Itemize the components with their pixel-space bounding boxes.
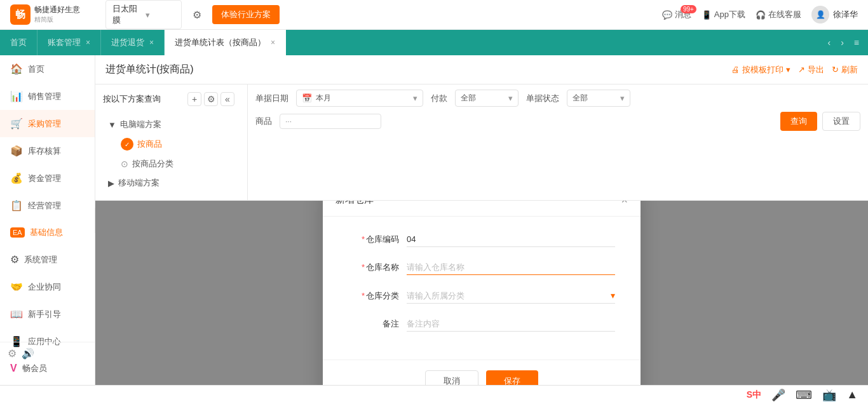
sidebar-home-label: 首页 <box>28 64 44 75</box>
settings-icon[interactable]: ⚙ <box>187 4 207 25</box>
tree-mobile-label: 移动端方案 <box>118 177 159 189</box>
tab-purchase-stat[interactable]: 进货单统计表（按商品） × <box>165 30 286 55</box>
user-area[interactable]: 👤 徐泽华 <box>811 6 858 24</box>
sidebar-item-basic-info[interactable]: EA 基础信息 <box>0 219 95 246</box>
name-label: 仓库名称 <box>348 262 399 273</box>
tab-purchase-return[interactable]: 进货退货 × <box>101 30 165 55</box>
add-plan-button[interactable]: + <box>187 92 201 106</box>
export-icon: ↗ <box>798 65 805 74</box>
tab-accounts[interactable]: 账套管理 × <box>37 30 101 55</box>
query-panel-header: 按以下方案查询 + ⚙ « <box>103 90 240 109</box>
sidebar-item-purchase[interactable]: 🛒 采购管理 <box>0 110 95 137</box>
sidebar-finance-label: 资金管理 <box>28 173 61 184</box>
footer-monitor-icon[interactable]: 📺 <box>822 388 836 402</box>
footer-s-icon[interactable]: S中 <box>747 389 761 401</box>
enterprise-icon: 🤝 <box>10 281 23 293</box>
settings-plan-button[interactable]: ⚙ <box>204 92 218 106</box>
print-icon: 🖨 <box>731 65 740 74</box>
sidebar-inventory-label: 库存核算 <box>28 145 61 157</box>
footer-mic-icon[interactable]: 🎤 <box>771 388 785 402</box>
footer-up-icon[interactable]: ▲ <box>846 388 858 401</box>
volume-icon[interactable]: 🔊 <box>22 347 34 360</box>
form-row-remark: 备注 <box>348 316 615 332</box>
sidebar-sales-label: 销售管理 <box>28 91 61 102</box>
sidebar-item-guide[interactable]: 📖 新手引导 <box>0 300 95 328</box>
headset-icon: 🎧 <box>756 10 766 20</box>
tree-mobile-header[interactable]: ▶ 移动端方案 <box>103 173 240 192</box>
sidebar-item-inventory[interactable]: 📦 库存核算 <box>0 137 95 165</box>
category-selector[interactable]: ▾ <box>407 288 615 304</box>
logo-icon: 畅 <box>10 4 31 25</box>
sidebar-item-sales[interactable]: 📊 销售管理 <box>0 83 95 110</box>
payment-arrow-icon: ▾ <box>508 93 513 103</box>
sidebar-purchase-label: 采购管理 <box>28 118 61 130</box>
print-button[interactable]: 🖨 按模板打印 ▾ <box>731 64 790 76</box>
filter-row-2: 商品 ··· 查询 设置 <box>255 112 860 131</box>
tab-purchase-stat-close-icon[interactable]: × <box>271 38 275 47</box>
payment-filter[interactable]: 全部 ▾ <box>455 90 519 107</box>
sidebar-item-enterprise[interactable]: 🤝 企业协同 <box>0 273 95 300</box>
tab-accounts-close-icon[interactable]: × <box>86 38 90 47</box>
new-warehouse-modal: 新增仓库 × 仓库编码 仓库名称 <box>323 201 641 385</box>
system-icon: ⚙ <box>10 253 19 266</box>
guide-icon: 📖 <box>10 308 23 320</box>
action-buttons: 查询 设置 <box>780 112 860 131</box>
refresh-button[interactable]: ↻ 刷新 <box>832 64 858 76</box>
tab-next-icon[interactable]: › <box>837 35 848 50</box>
tree-section: ▼ 电脑端方案 ✓ 按商品 ⊙ 按商品分类 ▶ <box>103 112 240 195</box>
tab-purchase-return-close-icon[interactable]: × <box>149 38 154 47</box>
bill-status-filter[interactable]: 全部 ▾ <box>567 90 630 107</box>
print-label: 按模板打印 <box>742 64 783 76</box>
code-input[interactable] <box>407 232 615 247</box>
sidebar-footer: ⚙ 🔊 <box>0 342 95 365</box>
payment-value: 全部 <box>461 93 476 104</box>
date-icon: 📅 <box>302 93 312 103</box>
tree-item-goods[interactable]: ✓ 按商品 <box>103 134 240 154</box>
tree-item-goods-category[interactable]: ⊙ 按商品分类 <box>103 154 240 173</box>
sidebar-item-system[interactable]: ⚙ 系统管理 <box>0 246 95 273</box>
tab-accounts-label: 账套管理 <box>48 37 81 48</box>
settings-gear-icon[interactable]: ⚙ <box>8 347 17 360</box>
remark-input[interactable] <box>407 316 615 332</box>
avatar: 👤 <box>811 6 829 24</box>
store-selector[interactable]: 日太阳膜 ▾ <box>105 0 182 29</box>
finance-icon: 💰 <box>10 172 23 184</box>
online-service-item[interactable]: 🎧 在线客服 <box>756 9 801 20</box>
sidebar-item-finance[interactable]: 💰 资金管理 <box>0 165 95 192</box>
logo-text-area: 畅捷通好生意 精简版 <box>34 5 80 24</box>
modal-footer: 取消 保存 <box>323 360 641 385</box>
app-container: 畅 畅捷通好生意 精简版 日太阳膜 ▾ ⚙ 体验行业方案 💬 消息 99+ 📱 … <box>0 0 868 404</box>
category-label: 仓库分类 <box>348 290 399 302</box>
app-download-item[interactable]: 📱 App下载 <box>702 9 745 20</box>
collapse-button[interactable]: « <box>220 92 234 106</box>
tab-menu-icon[interactable]: ≡ <box>850 35 863 50</box>
sidebar-item-operations[interactable]: 📋 经营管理 <box>0 192 95 219</box>
goods-label: 商品 <box>255 116 272 127</box>
footer-keyboard-icon[interactable]: ⌨ <box>796 388 812 402</box>
scroll-container: 1 请先选择要分析的方案 2 用[过滤]条件来缩小分析范围 新增仓库 × <box>95 201 868 385</box>
tab-prev-icon[interactable]: ‹ <box>824 35 834 50</box>
app-download-label: App下载 <box>714 9 745 20</box>
save-button[interactable]: 保存 <box>486 370 538 385</box>
query-button[interactable]: 查询 <box>780 112 817 131</box>
tree-desktop-header[interactable]: ▼ 电脑端方案 <box>103 115 240 134</box>
goods-dots: ··· <box>285 117 292 126</box>
category-input[interactable] <box>407 291 611 300</box>
goods-filter[interactable]: ··· <box>280 114 381 129</box>
modal-close-icon[interactable]: × <box>621 201 628 206</box>
trial-button[interactable]: 体验行业方案 <box>212 5 280 24</box>
date-value: 本月 <box>316 93 331 104</box>
form-row-code: 仓库编码 <box>348 232 615 247</box>
tab-home[interactable]: 首页 <box>0 30 37 55</box>
date-range-picker[interactable]: 📅 本月 ▾ <box>296 90 423 107</box>
form-row-name: 仓库名称 <box>348 260 615 275</box>
name-input[interactable] <box>407 260 615 275</box>
settings-button[interactable]: 设置 <box>822 112 860 131</box>
cancel-button[interactable]: 取消 <box>425 370 478 385</box>
export-button[interactable]: ↗ 导出 <box>798 64 824 76</box>
sidebar-item-home[interactable]: 🏠 首页 <box>0 55 95 83</box>
message-item[interactable]: 💬 消息 99+ <box>662 9 691 20</box>
print-arrow-icon: ▾ <box>786 65 790 74</box>
refresh-label: 刷新 <box>841 64 858 76</box>
store-name: 日太阳膜 <box>112 3 142 26</box>
